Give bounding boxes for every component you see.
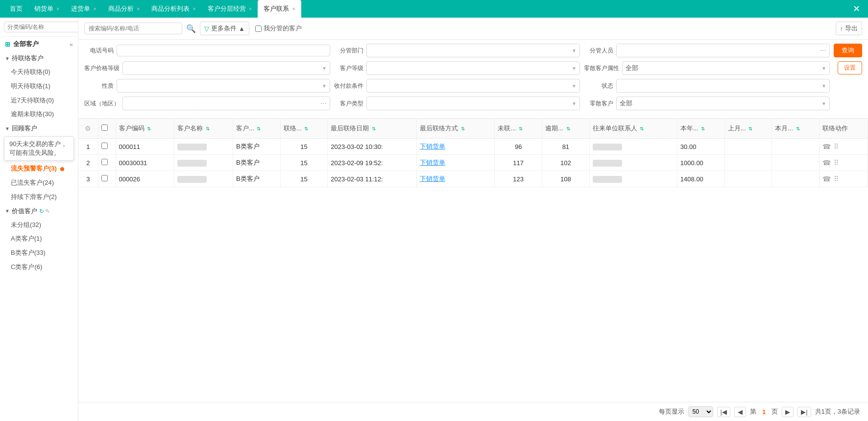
- col-overdue-th[interactable]: 逾期... ⇅: [542, 119, 590, 139]
- cell-overdue-1: 81: [542, 139, 590, 155]
- export-button[interactable]: ↑ 导出: [836, 22, 863, 35]
- method-link-2[interactable]: 下销货单: [420, 159, 445, 166]
- tab-sales-order[interactable]: 销货单 ×: [28, 0, 65, 18]
- more-action-2[interactable]: ⠿: [834, 159, 839, 167]
- sidebar-item-class-b[interactable]: B类客户(33): [0, 246, 78, 260]
- sidebar-item-declining[interactable]: 持续下滑客户(2): [0, 190, 78, 204]
- more-action-3[interactable]: ⠿: [834, 175, 839, 183]
- close-tab-customer-contact[interactable]: ×: [292, 6, 295, 12]
- sidebar-search-input[interactable]: [4, 22, 78, 32]
- query-button[interactable]: 查询: [834, 44, 862, 57]
- sidebar-item-class-a[interactable]: A类客户(1): [0, 232, 78, 246]
- tab-customer-tier[interactable]: 客户分层经营 ×: [202, 0, 258, 18]
- filter-search-input[interactable]: [84, 23, 182, 34]
- sidebar-item-churned[interactable]: 已流失客户(24): [0, 176, 78, 190]
- prev-page-button[interactable]: ◀: [734, 407, 746, 417]
- col-contact-person-th[interactable]: 往来单位联系人 ⇅: [589, 119, 677, 139]
- more-action-1[interactable]: ⠿: [834, 143, 839, 150]
- cell-last-month-3: [724, 171, 772, 187]
- col-last-date-th[interactable]: 最后联络日期 ⇅: [328, 119, 417, 139]
- close-tab-product-list[interactable]: ×: [193, 6, 195, 12]
- manager-select[interactable]: ···: [616, 44, 830, 57]
- total-records-label: 共1页，3条记录: [815, 407, 860, 416]
- payment-select[interactable]: ▼: [366, 79, 580, 93]
- close-all-tabs[interactable]: ✕: [849, 3, 864, 14]
- refresh-value-icon[interactable]: ↻: [39, 208, 44, 215]
- customer-type-select[interactable]: ▼: [366, 97, 580, 110]
- row-checkbox-3[interactable]: [101, 175, 108, 181]
- col-name-th[interactable]: 客户名称 ⇅: [174, 119, 233, 139]
- tab-purchase-order[interactable]: 进货单 ×: [65, 0, 102, 18]
- row-checkbox-1[interactable]: [101, 143, 108, 149]
- col-not-contacted-th[interactable]: 未联... ⇅: [495, 119, 542, 139]
- row-checkbox-2[interactable]: [101, 159, 108, 165]
- filter-region: 区域（地区） ···: [84, 97, 330, 110]
- my-customers-checkbox[interactable]: [255, 25, 262, 32]
- close-tab-sales-order[interactable]: ×: [56, 6, 59, 12]
- dept-select[interactable]: ▼: [366, 44, 580, 57]
- close-tab-customer-tier[interactable]: ×: [249, 6, 252, 12]
- contact-action-2[interactable]: ☎: [822, 159, 831, 167]
- contact-action-1[interactable]: ☎: [822, 143, 831, 150]
- sidebar-item-class-c[interactable]: C类客户(6): [0, 260, 78, 274]
- col-contact-count-th[interactable]: 联络... ⇅: [280, 119, 328, 139]
- phone-input[interactable]: [117, 45, 330, 56]
- sidebar-item-today[interactable]: 今天待联络(0): [0, 65, 78, 79]
- contact-action-3[interactable]: ☎: [822, 175, 831, 183]
- col-code-th[interactable]: 客户编码 ⇅: [116, 119, 174, 139]
- status-select[interactable]: ▼: [616, 79, 830, 93]
- col-last-month-th[interactable]: 上月... ⇅: [724, 119, 772, 139]
- filter-more-button[interactable]: ▽ 更多条件 ▲: [200, 22, 249, 35]
- col-this-year-th[interactable]: 本年... ⇅: [677, 119, 724, 139]
- nature-select[interactable]: ▼: [117, 79, 330, 93]
- tab-product-analysis-list[interactable]: 商品分析列表 ×: [145, 0, 201, 18]
- select-all-checkbox[interactable]: [101, 124, 108, 131]
- manager-dots[interactable]: ···: [820, 46, 826, 55]
- collapse-sidebar-icon[interactable]: «: [70, 41, 73, 48]
- method-link-3[interactable]: 下销货单: [420, 175, 445, 182]
- sidebar-all-customers[interactable]: ⊞ 全部客户 «: [0, 37, 78, 51]
- filter-search-button[interactable]: 🔍: [186, 24, 196, 33]
- cell-date-3: 2023-02-03 11:12:: [328, 171, 417, 187]
- column-settings-icon[interactable]: ⚙: [85, 124, 91, 132]
- sidebar-item-tomorrow[interactable]: 明天待联络(1): [0, 79, 78, 94]
- col-this-month-th[interactable]: 本月... ⇅: [772, 119, 820, 139]
- cell-checkbox-2: [98, 155, 116, 171]
- sidebar-group-review[interactable]: ▼ 回顾客户: [0, 122, 78, 135]
- tab-product-analysis[interactable]: 商品分析 ×: [102, 0, 145, 18]
- col-level-th[interactable]: 客户... ⇅: [233, 119, 281, 139]
- table-header-row: ⚙ 客户编码 ⇅ 客户名称 ⇅: [78, 119, 868, 139]
- filter-panel: 电话号码 分管部门 ▼ 分管人员: [78, 40, 868, 119]
- sidebar-item-churn-warning[interactable]: 流失预警客户(3): [0, 162, 78, 176]
- next-page-button[interactable]: ▶: [782, 407, 794, 417]
- close-tab-purchase[interactable]: ×: [93, 6, 96, 12]
- page-size-select[interactable]: 50 20 100: [688, 406, 713, 417]
- blurred-name-3: [177, 176, 207, 183]
- settings-button[interactable]: 设置: [838, 61, 862, 74]
- table-row: 2 00030031 B类客户 15 2023-02-09 19:52: 下销货…: [78, 155, 868, 171]
- col-last-method-th[interactable]: 最后联络方式 ⇅: [417, 119, 495, 139]
- zero-customer-label: 零散客户: [584, 99, 613, 108]
- sidebar-item-overdue[interactable]: 逾期未联络(30): [0, 107, 78, 122]
- query-settings-col: 查询 设置: [834, 44, 862, 74]
- region-input-box[interactable]: ···: [122, 97, 330, 110]
- sidebar-group-pending[interactable]: ▼ 待联络客户: [0, 51, 78, 65]
- first-page-button[interactable]: |◀: [717, 407, 730, 417]
- method-link-1[interactable]: 下销货单: [420, 143, 445, 150]
- tab-customer-contact[interactable]: 客户联系 ×: [258, 0, 301, 18]
- content-area: 🔍 ▽ 更多条件 ▲ 我分管的客户 ↑ 导出: [78, 18, 868, 421]
- price-level-label: 客户价格等级: [84, 64, 120, 73]
- price-level-select[interactable]: ▼: [122, 61, 330, 75]
- sidebar-item-ungroup[interactable]: 未分组(32): [0, 218, 78, 232]
- tab-home[interactable]: 首页: [4, 0, 28, 18]
- last-page-button[interactable]: ▶|: [797, 407, 811, 417]
- customer-level-select[interactable]: ▼: [366, 61, 580, 75]
- cell-last-month-1: [724, 139, 772, 155]
- cell-person-3: [589, 171, 677, 187]
- edit-value-icon[interactable]: ✎: [45, 208, 50, 215]
- zero-purchase-select[interactable]: 全部 ▼: [622, 61, 830, 75]
- sidebar-item-7days[interactable]: 近7天待联络(0): [0, 94, 78, 108]
- sidebar-group-value[interactable]: ▼ 价值客户 ↻ ✎: [0, 204, 78, 218]
- zero-customer-select[interactable]: 全部 ▼: [616, 97, 830, 110]
- close-tab-product-analysis[interactable]: ×: [137, 6, 140, 12]
